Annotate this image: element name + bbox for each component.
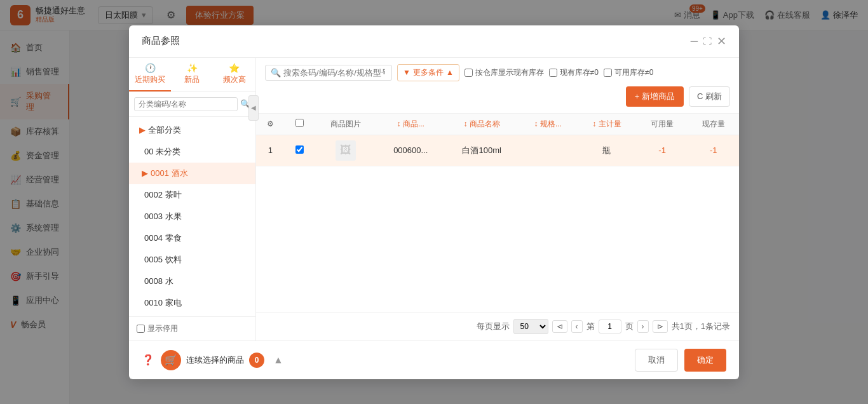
available-nonzero-checkbox[interactable] — [604, 69, 612, 77]
cat-item-00[interactable]: 00 未分类 — [129, 141, 255, 163]
next-page-btn[interactable]: › — [637, 320, 649, 333]
last-page-btn[interactable]: ⊳ — [653, 320, 668, 333]
collapse-icon[interactable]: ▲ — [273, 354, 283, 366]
cart-area[interactable]: 🛒 连续选择的商品 0 — [161, 350, 264, 370]
pagination: 每页显示 50 100 ⊲ ‹ 第 页 › ⊳ 共1页，1条记录 — [256, 312, 739, 340]
toolbar-right: + 新增商品 C 刷新 — [626, 86, 730, 107]
warehouse-checkbox[interactable] — [465, 69, 473, 77]
minimize-icon[interactable]: ─ — [691, 36, 698, 47]
row-name: 白酒100ml — [445, 135, 519, 166]
category-bottom: 显示停用 — [129, 316, 255, 340]
cat-item-0002[interactable]: 0002 茶叶 — [129, 184, 255, 206]
row-spec — [519, 135, 577, 166]
col-settings[interactable]: ⚙ — [256, 114, 285, 135]
col-available: 可用量 — [637, 114, 688, 135]
tab-new-label: 新品 — [173, 74, 210, 85]
col-spec[interactable]: ↕ 规格... — [519, 114, 577, 135]
row-available: -1 — [637, 135, 688, 166]
tab-frequent[interactable]: ⭐ 频次高 — [214, 58, 255, 91]
col-checkbox[interactable] — [285, 114, 315, 135]
col-name[interactable]: ↕ 商品名称 — [445, 114, 519, 135]
show-disabled-checkbox[interactable] — [137, 325, 145, 333]
cancel-button[interactable]: 取消 — [635, 349, 678, 372]
modal-body: 🕐 近期购买 ✨ 新品 ⭐ 频次高 ◀ — [129, 58, 739, 340]
row-image: 🖼 — [315, 135, 377, 166]
col-stock: 现存量 — [688, 114, 739, 135]
page-total-info: 共1页，1条记录 — [672, 321, 730, 332]
checkbox-stock-nonzero[interactable]: 现有库存≠0 — [549, 67, 599, 78]
page-label: 第 — [587, 321, 595, 332]
product-table: ⚙ 商品图片 ↕ 商品... ↕ 商品名称 ↕ 规格.. — [256, 114, 739, 166]
modal-overlay: 商品参照 ─ ⛶ ✕ 🕐 近期购买 ✨ 新品 — [0, 0, 868, 404]
toolbar: 🔍 ▼ 更多条件 ▲ 按仓库显示现有库存 现有库存≠0 — [256, 58, 739, 114]
arrow-icon: ▶ — [139, 125, 146, 135]
col-unit[interactable]: ↕ 主计量 — [577, 114, 637, 135]
stock-nonzero-checkbox[interactable] — [549, 69, 557, 77]
maximize-icon[interactable]: ⛶ — [703, 36, 712, 46]
row-unit: 瓶 — [577, 135, 637, 166]
category-tabs: 🕐 近期购买 ✨ 新品 ⭐ 频次高 — [129, 58, 255, 92]
new-icon: ✨ — [173, 63, 210, 73]
category-list: ▶ 全部分类 00 未分类 ▶ 0001 酒水 0002 茶叶 0003 水果 — [129, 117, 255, 316]
product-reference-modal: 商品参照 ─ ⛶ ✕ 🕐 近期购买 ✨ 新品 — [129, 25, 739, 379]
product-table-area: ⚙ 商品图片 ↕ 商品... ↕ 商品名称 ↕ 规格.. — [256, 114, 739, 312]
cart-label: 连续选择的商品 — [186, 354, 244, 366]
page-of-label: 页 — [625, 321, 634, 332]
per-page-select[interactable]: 50 100 — [513, 319, 548, 334]
cart-count: 0 — [249, 353, 264, 368]
category-search: 🔍 — [129, 92, 255, 117]
add-product-button[interactable]: + 新增商品 — [626, 86, 684, 107]
close-icon[interactable]: ✕ — [717, 34, 726, 48]
cat-item-0008[interactable]: 0008 水 — [129, 271, 255, 292]
per-page-label: 每页显示 — [477, 321, 510, 332]
product-thumbnail: 🖼 — [336, 140, 356, 161]
search-icon: 🔍 — [271, 68, 281, 77]
checkbox-available-nonzero[interactable]: 可用库存≠0 — [604, 67, 653, 78]
row-num: 1 — [256, 135, 285, 166]
tab-new[interactable]: ✨ 新品 — [171, 58, 213, 91]
modal-title: 商品参照 — [142, 35, 180, 47]
footer-buttons: 取消 确定 — [635, 349, 726, 372]
select-all-checkbox[interactable] — [295, 119, 304, 127]
frequent-icon: ⭐ — [216, 63, 253, 73]
confirm-button[interactable]: 确定 — [684, 349, 726, 372]
cat-item-0003[interactable]: 0003 水果 — [129, 206, 255, 227]
filter-button[interactable]: ▼ 更多条件 ▲ — [397, 64, 459, 81]
row-stock: -1 — [688, 135, 739, 166]
col-code[interactable]: ↕ 商品... — [377, 114, 445, 135]
col-image: 商品图片 — [315, 114, 377, 135]
row-select-checkbox[interactable] — [295, 145, 304, 154]
tab-frequent-label: 频次高 — [216, 74, 253, 85]
tab-recent-label: 近期购买 — [132, 74, 168, 85]
prev-page-btn[interactable]: ‹ — [571, 320, 583, 333]
table-row[interactable]: 1 🖼 000600... 白酒100ml 瓶 -1 -1 — [256, 135, 739, 166]
tab-recent[interactable]: 🕐 近期购买 — [129, 58, 171, 91]
cat-item-0010[interactable]: 0010 家电 — [129, 292, 255, 314]
right-panel: 🔍 ▼ 更多条件 ▲ 按仓库显示现有库存 现有库存≠0 — [256, 58, 739, 340]
cat-item-0004[interactable]: 0004 零食 — [129, 227, 255, 249]
product-search-input[interactable] — [283, 68, 385, 77]
recent-icon: 🕐 — [132, 63, 168, 73]
cart-icon: 🛒 — [161, 350, 181, 370]
filter-label: 更多条件 — [413, 67, 444, 78]
search-box: 🔍 — [265, 65, 392, 81]
filter-icon: ▼ — [403, 68, 410, 77]
cat-item-0005[interactable]: 0005 饮料 — [129, 249, 255, 271]
row-code: 000600... — [377, 135, 445, 166]
active-arrow-icon: ▶ — [142, 168, 148, 178]
category-search-input[interactable] — [134, 97, 238, 111]
help-icon[interactable]: ❓ — [142, 354, 154, 366]
modal-footer: ❓ 🛒 连续选择的商品 0 ▲ 取消 确定 — [129, 340, 739, 379]
modal-header: 商品参照 ─ ⛶ ✕ — [129, 25, 739, 58]
category-panel: 🕐 近期购买 ✨ 新品 ⭐ 频次高 ◀ — [129, 58, 256, 340]
page-number-input[interactable] — [599, 320, 621, 333]
checkbox-warehouse[interactable]: 按仓库显示现有库存 — [465, 67, 544, 78]
panel-collapse-btn[interactable]: ◀ — [248, 95, 256, 121]
show-disabled-label[interactable]: 显示停用 — [137, 323, 248, 334]
row-checkbox[interactable] — [285, 135, 315, 166]
chevron-up-icon: ▲ — [446, 68, 454, 77]
cat-item-all[interactable]: ▶ 全部分类 — [129, 119, 255, 141]
refresh-button[interactable]: C 刷新 — [689, 86, 730, 107]
cat-item-0001[interactable]: ▶ 0001 酒水 — [129, 163, 255, 184]
first-page-btn[interactable]: ⊲ — [552, 320, 567, 333]
